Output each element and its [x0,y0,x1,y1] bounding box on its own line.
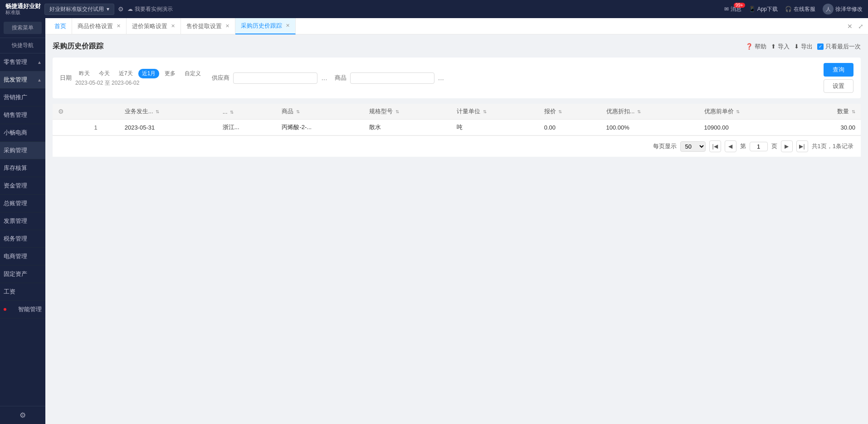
page-label: 第 [740,142,746,150]
tab-goods-price[interactable]: 商品价格设置 ✕ [72,18,127,34]
import-icon: ⬆ [771,43,776,50]
minimize-icon[interactable]: ✕ [846,22,853,31]
filter-area: 日期 昨天 今天 近7天 近1月 更多 自定义 2023-05-02 至 202… [53,58,861,98]
sidebar-item-label: 营销推广 [4,93,27,101]
col-quantity[interactable]: 数量 ⇅ [799,104,861,120]
row-pre-discount-price: 10900.00 [699,120,799,135]
page-title: 采购历史价跟踪 [53,42,103,51]
tabs-right-actions: ✕ ⤢ [846,22,864,31]
sidebar-item-label: 小畅电商 [4,129,27,137]
first-page-button[interactable]: |◀ [709,140,721,152]
tab-sale-price[interactable]: 售价提取设置 ✕ [181,18,235,34]
topbar-settings-icon[interactable]: ⚙ [118,5,124,13]
tab-pricing-strategy[interactable]: 进价策略设置 ✕ [127,18,181,34]
topbar-left: 畅捷通好业财 标准版 好业财标准版交付试用 ▾ ⚙ ☁ 我要看实例演示 [5,3,173,16]
sidebar-item-label: 智能管理 [18,305,42,313]
prev-page-button[interactable]: ◀ [725,140,736,152]
version-selector[interactable]: 好业财标准版交付试用 ▾ [44,4,114,15]
message-button[interactable]: ✉ 消息 99+ [724,5,741,13]
setting-button[interactable]: 设置 [824,79,853,93]
sidebar-item-invoice[interactable]: 发票管理 [0,212,45,230]
sidebar-item-ecommerce[interactable]: 电商管理 [0,248,45,265]
online-service-button[interactable]: 🎧 在线客服 [785,5,815,13]
sidebar-item-general-ledger[interactable]: 总账管理 [0,195,45,212]
col-price[interactable]: 报价 ⇅ [539,104,601,120]
goods-more-icon[interactable]: ... [438,74,444,82]
table-gear-icon[interactable]: ⚙ [58,108,64,115]
date-option-last1month[interactable]: 近1月 [138,69,160,78]
data-table: ⚙ 业务发生... ⇅ ... ⇅ 商品 ⇅ 规格型号 ⇅ 计量单位 ⇅ 报价 … [53,104,861,135]
tab-close-sale-price[interactable]: ✕ [225,23,229,29]
help-button[interactable]: ❓ 帮助 [746,43,766,51]
sidebar-item-smart[interactable]: 智能管理 [0,301,45,318]
demo-link[interactable]: ☁ 我要看实例演示 [127,5,173,13]
sidebar-item-ecommerce-small[interactable]: 小畅电商 [0,124,45,142]
avatar: 人 [823,4,834,14]
sidebar-item-sales[interactable]: 销售管理 [0,106,45,124]
import-button[interactable]: ⬆ 导入 [771,43,790,51]
date-options: 昨天 今天 近7天 近1月 更多 自定义 [75,69,205,78]
date-filter: 日期 昨天 今天 近7天 近1月 更多 自定义 2023-05-02 至 202… [60,69,205,87]
supplier-more-icon[interactable]: ... [321,74,327,82]
app-logo: 畅捷通好业财 标准版 [5,3,41,16]
tab-home[interactable]: 首页 [49,18,72,34]
col-unit[interactable]: 计量单位 ⇅ [451,104,539,120]
row-discount: 100.00% [601,120,699,135]
maximize-icon[interactable]: ⤢ [857,22,864,31]
sidebar-item-purchase[interactable]: 采购管理 [0,142,45,159]
row-unit: 吨 [451,120,539,135]
sidebar-item-salary[interactable]: 工资 [0,283,45,301]
tab-close-pricing-strategy[interactable]: ✕ [171,23,175,29]
col-pre-discount-price[interactable]: 优惠前单价 ⇅ [699,104,799,120]
user-menu[interactable]: 人 徐泽华修改 [823,4,863,14]
date-option-more[interactable]: 更多 [161,69,179,78]
date-option-custom[interactable]: 自定义 [181,69,205,78]
date-option-last7days[interactable]: 近7天 [115,69,137,78]
goods-input[interactable] [350,72,434,84]
export-button[interactable]: ⬇ 导出 [794,43,813,51]
supplier-input[interactable] [233,72,317,84]
query-button[interactable]: 查询 [824,63,853,77]
sidebar-item-wholesale[interactable]: 批发管理 ▲ [0,71,45,89]
topbar-right: ✉ 消息 99+ 📱 App下载 🎧 在线客服 人 徐泽华修改 [724,4,863,14]
sort-icon: ⇅ [230,110,234,115]
topbar: 畅捷通好业财 标准版 好业财标准版交付试用 ▾ ⚙ ☁ 我要看实例演示 ✉ 消息… [0,0,868,18]
sidebar-item-finance[interactable]: 资金管理 [0,177,45,195]
mobile-icon: 📱 [749,6,756,12]
tab-close-purchase-history[interactable]: ✕ [286,23,290,29]
tabs-bar: 首页 商品价格设置 ✕ 进价策略设置 ✕ 售价提取设置 ✕ 采购历史价跟踪 ✕ … [45,18,868,34]
sidebar-quick-nav[interactable]: 快捷导航 [0,38,45,53]
last-page-button[interactable]: ▶| [796,140,808,152]
table-body: 1 2023-05-31 浙江... 丙烯酸-2-... 散水 吨 0.00 1… [53,120,861,135]
date-option-today[interactable]: 今天 [95,69,113,78]
search-menu-button[interactable]: 搜索菜单 [4,22,42,34]
sidebar-settings[interactable]: ⚙ [0,406,45,424]
sidebar-item-inventory[interactable]: 库存核算 [0,159,45,177]
col-spec[interactable]: 规格型号 ⇅ [364,104,451,120]
col-date[interactable]: 业务发生... ⇅ [119,104,217,120]
row-supplier: 浙江... [217,120,277,135]
sidebar-item-fixed-assets[interactable]: 固定资产 [0,265,45,283]
sidebar-item-marketing[interactable]: 营销推广 [0,89,45,106]
sidebar-item-label: 采购管理 [4,146,27,154]
col-goods[interactable]: 商品 ⇅ [276,104,364,120]
col-more[interactable]: ... ⇅ [217,104,277,120]
row-price: 0.00 [539,120,601,135]
tab-close-goods-price[interactable]: ✕ [117,23,121,29]
app-download-button[interactable]: 📱 App下载 [749,5,778,13]
col-discount[interactable]: 优惠折扣... ⇅ [601,104,699,120]
tab-purchase-history[interactable]: 采购历史价跟踪 ✕ [235,18,296,34]
date-option-yesterday[interactable]: 昨天 [75,69,93,78]
page-suffix: 页 [771,142,777,150]
content-area: 首页 商品价格设置 ✕ 进价策略设置 ✕ 售价提取设置 ✕ 采购历史价跟踪 ✕ … [45,18,868,424]
sidebar-item-retail[interactable]: 零售管理 ▲ [0,53,45,71]
next-page-button[interactable]: ▶ [781,140,793,152]
pagination-bar: 每页显示 50 100 200 |◀ ◀ 第 页 ▶ ▶| 共1页，1条记录 [53,135,861,157]
row-goods: 丙烯酸-2-... [276,120,364,135]
sort-icon: ⇅ [156,109,159,114]
page-header-actions: ❓ 帮助 ⬆ 导入 ⬇ 导出 ✓ 只看最后一次 [746,43,861,51]
page-size-select[interactable]: 50 100 200 [680,141,706,152]
only-last-checkbox[interactable]: ✓ 只看最后一次 [817,43,861,51]
page-input[interactable] [750,142,768,151]
sidebar-item-tax[interactable]: 税务管理 [0,230,45,248]
